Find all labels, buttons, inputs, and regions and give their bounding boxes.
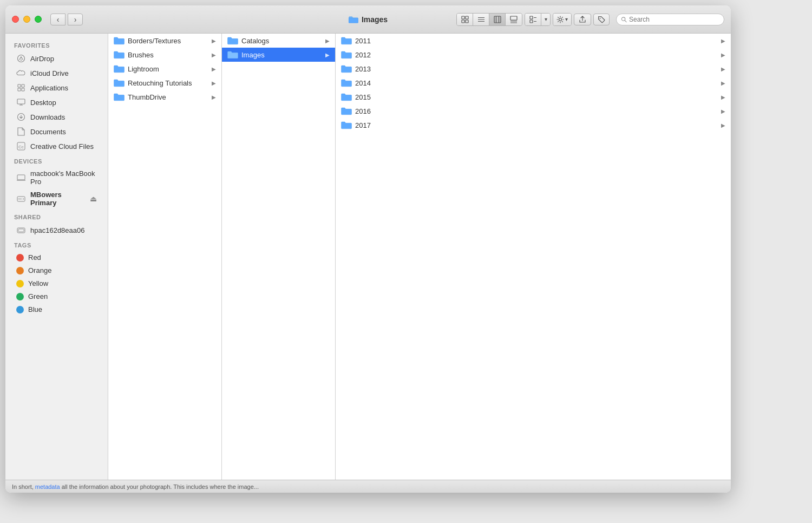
- main-content: Favorites AirDrop iCloud Driv: [5, 34, 731, 480]
- sidebar-item-applications[interactable]: Applications: [8, 81, 106, 95]
- sidebar-item-creative-cloud[interactable]: Cc Creative Cloud Files: [8, 139, 106, 153]
- downloads-label: Downloads: [30, 113, 65, 121]
- icloud-label: iCloud Drive: [30, 69, 69, 77]
- tag-red-label: Red: [28, 253, 41, 262]
- borders-chevron: ▶: [212, 38, 216, 44]
- search-icon: [621, 16, 627, 23]
- item-brushes[interactable]: Brushes ▶: [108, 48, 221, 62]
- icon-view-button[interactable]: [457, 14, 473, 25]
- sidebar-item-tag-orange[interactable]: Orange: [8, 264, 106, 277]
- svg-rect-23: [17, 99, 25, 104]
- svg-rect-1: [466, 16, 468, 19]
- item-catalogs[interactable]: Catalogs ▶: [222, 34, 335, 48]
- eject-icon[interactable]: ⏏: [90, 194, 97, 203]
- item-thumbdrive[interactable]: ThumbDrive ▶: [108, 90, 221, 104]
- 2016-chevron: ▶: [721, 108, 725, 114]
- list-view-button[interactable]: [473, 14, 489, 25]
- desktop-label: Desktop: [30, 99, 56, 107]
- item-2015[interactable]: 2015 ▶: [336, 90, 731, 104]
- column-1: Borders/Textures ▶ Brushes ▶ Lightroom ▶: [108, 34, 222, 480]
- svg-rect-13: [530, 16, 533, 19]
- maximize-button[interactable]: [35, 16, 42, 23]
- tag-dot-green: [16, 293, 24, 300]
- finder-window: ‹ › Images: [5, 5, 731, 493]
- back-button[interactable]: ‹: [50, 14, 66, 25]
- item-2012[interactable]: 2012 ▶: [336, 48, 731, 62]
- column-view-button[interactable]: [489, 14, 506, 25]
- sidebar-item-tag-blue[interactable]: Blue: [8, 303, 106, 316]
- 2015-label: 2015: [355, 93, 718, 101]
- thumbdrive-chevron: ▶: [212, 94, 216, 100]
- folder-icon: [341, 93, 352, 101]
- creative-cloud-label: Creative Cloud Files: [30, 142, 94, 151]
- documents-icon: [16, 127, 26, 136]
- tag-dot-blue: [16, 306, 24, 313]
- bottom-text: In short, metadata all the information a…: [12, 483, 259, 490]
- svg-point-32: [23, 199, 24, 200]
- sidebar-item-downloads[interactable]: Downloads: [8, 110, 106, 124]
- title-bar: ‹ › Images: [5, 5, 731, 34]
- metadata-link[interactable]: metadata: [35, 483, 60, 490]
- svg-text:Cc: Cc: [18, 145, 24, 149]
- view-toggle-group: [456, 13, 522, 26]
- creative-cloud-icon: Cc: [16, 141, 26, 151]
- minimize-button[interactable]: [23, 16, 30, 23]
- svg-rect-29: [17, 175, 25, 180]
- column-2: Catalogs ▶ Images ▶: [222, 34, 336, 480]
- downloads-icon: [16, 112, 26, 122]
- folder-icon: [341, 107, 352, 115]
- traffic-lights: [12, 16, 42, 23]
- tag-orange-label: Orange: [28, 266, 51, 274]
- sidebar-item-tag-green[interactable]: Green: [8, 290, 106, 303]
- sidebar-item-documents[interactable]: Documents: [8, 125, 106, 139]
- 2011-chevron: ▶: [721, 38, 725, 44]
- tag-button[interactable]: [593, 14, 610, 25]
- sidebar-item-tag-red[interactable]: Red: [8, 251, 106, 264]
- item-lightroom[interactable]: Lightroom ▶: [108, 62, 221, 76]
- item-2013[interactable]: 2013 ▶: [336, 62, 731, 76]
- folder-icon: [114, 79, 125, 87]
- gear-button[interactable]: ▾: [553, 14, 571, 25]
- item-retouching[interactable]: Retouching Tutorials ▶: [108, 76, 221, 90]
- sidebar-item-macbook[interactable]: macbook's MacBook Pro: [8, 167, 106, 188]
- macbook-label: macbook's MacBook Pro: [30, 169, 97, 186]
- column-3: 2011 ▶ 2012 ▶ 2013 ▶: [336, 34, 731, 480]
- shared-header: Shared: [5, 210, 108, 223]
- group-button[interactable]: [525, 14, 541, 25]
- search-input[interactable]: [629, 16, 719, 23]
- item-borders[interactable]: Borders/Textures ▶: [108, 34, 221, 48]
- catalogs-chevron: ▶: [325, 38, 330, 44]
- svg-rect-9: [494, 16, 501, 23]
- item-2011[interactable]: 2011 ▶: [336, 34, 731, 48]
- tag-yellow-label: Yellow: [28, 279, 48, 287]
- retouching-label: Retouching Tutorials: [128, 79, 208, 87]
- action-gear-group: ▾: [553, 13, 572, 26]
- catalogs-label: Catalogs: [241, 37, 322, 45]
- sidebar-item-desktop[interactable]: Desktop: [8, 95, 106, 109]
- item-2016[interactable]: 2016 ▶: [336, 104, 731, 118]
- sidebar-item-airdrop[interactable]: AirDrop: [8, 51, 106, 66]
- applications-label: Applications: [30, 84, 68, 92]
- sidebar-item-icloud[interactable]: iCloud Drive: [8, 66, 106, 80]
- share-button[interactable]: [574, 14, 591, 25]
- images-label: Images: [241, 51, 322, 59]
- cover-flow-button[interactable]: [506, 14, 522, 25]
- airdrop-label: AirDrop: [30, 55, 54, 63]
- sidebar-item-mbowers[interactable]: MBowers Primary ⏏: [8, 188, 106, 209]
- item-2014[interactable]: 2014 ▶: [336, 76, 731, 90]
- svg-line-20: [625, 20, 626, 22]
- desktop-icon: [16, 97, 26, 107]
- item-images[interactable]: Images ▶: [222, 48, 335, 62]
- close-button[interactable]: [12, 16, 19, 23]
- item-2017[interactable]: 2017 ▶: [336, 118, 731, 132]
- sidebar-item-tag-yellow[interactable]: Yellow: [8, 277, 106, 290]
- group-chevron-button[interactable]: ▾: [541, 14, 550, 25]
- nav-buttons: ‹ ›: [50, 14, 83, 25]
- forward-button[interactable]: ›: [68, 14, 83, 25]
- window-title: Images: [349, 15, 388, 24]
- search-box[interactable]: [616, 14, 724, 25]
- svg-point-21: [18, 55, 25, 62]
- drive-icon: [16, 194, 26, 204]
- tag-dot-red: [16, 254, 24, 262]
- sidebar-item-hpac[interactable]: hpac162d8eaa06: [8, 223, 106, 237]
